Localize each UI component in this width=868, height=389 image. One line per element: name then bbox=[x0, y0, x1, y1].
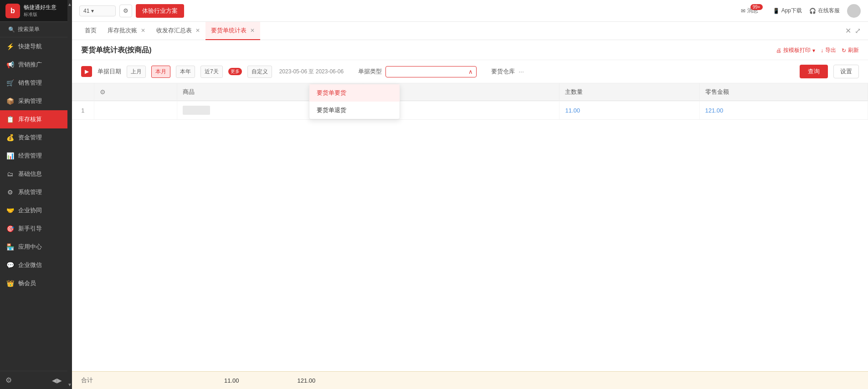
sidebar-item-quick-nav[interactable]: ⚡ 快捷导航 bbox=[0, 37, 67, 56]
export-icon: ↓ bbox=[821, 47, 823, 54]
date-range-display: 2023-05-06 至 2023-06-06 bbox=[279, 68, 344, 76]
sidebar-item-finance[interactable]: 💰 资金管理 bbox=[0, 128, 67, 147]
main-content: 41 ▾ ⚙ 体验行业方案 ✉ 消息 99+ 📱 App下载 🎧 在线客服 bbox=[72, 0, 868, 389]
product-placeholder bbox=[183, 106, 210, 115]
print-btn[interactable]: 🖨 按模板打印 ▾ bbox=[776, 46, 815, 54]
tab-batch-close[interactable]: ✕ bbox=[141, 27, 145, 34]
inventory-icon: 📋 bbox=[5, 115, 15, 124]
type-arrow-icon[interactable]: ∧ bbox=[468, 68, 473, 75]
search-icon: 🔍 bbox=[8, 26, 15, 33]
topbar-right: ✉ 消息 99+ 📱 App下载 🎧 在线客服 bbox=[741, 4, 861, 18]
footer-quantity: 11.00 bbox=[224, 377, 239, 384]
dropdown-item-label: 要货单要货 bbox=[317, 89, 346, 96]
messages-btn[interactable]: ✉ 消息 99+ bbox=[741, 7, 758, 15]
tab-home[interactable]: 首页 bbox=[79, 22, 102, 40]
sidebar-item-label: 营销推广 bbox=[18, 61, 42, 69]
expand-icon: ▶ bbox=[85, 68, 89, 75]
sidebar-item-label: 采购管理 bbox=[18, 97, 42, 105]
sidebar-item-sales[interactable]: 🛒 销售管理 bbox=[0, 74, 67, 92]
tab-batch-account[interactable]: 库存批次账 ✕ bbox=[102, 22, 151, 40]
sidebar-item-purchase[interactable]: 📦 采购管理 bbox=[0, 92, 67, 110]
type-input[interactable] bbox=[385, 66, 477, 77]
operations-icon: 📊 bbox=[5, 151, 15, 160]
company-selector[interactable]: 41 ▾ bbox=[79, 5, 116, 16]
company-value: 41 bbox=[83, 8, 89, 14]
page-title: 要货单统计表(按商品) bbox=[81, 46, 152, 55]
date-this-year-btn[interactable]: 本年 bbox=[176, 66, 195, 78]
tab-order-close[interactable]: ✕ bbox=[250, 27, 255, 34]
close-all-icon: ✕ bbox=[845, 26, 851, 35]
sidebar-item-label: 资金管理 bbox=[18, 133, 42, 142]
tabs-bar: 首页 库存批次账 ✕ 收发存汇总表 ✕ 要货单统计表 ✕ ✕ ⤢ bbox=[72, 22, 868, 40]
app-title: 畅捷通好生意 标准版 bbox=[24, 4, 56, 17]
sidebar-item-label: 企业微信 bbox=[18, 261, 42, 269]
sidebar-item-guide[interactable]: 🎯 新手引导 bbox=[0, 220, 67, 238]
footer-label: 合计 bbox=[81, 376, 93, 384]
sidebar-scroll: ▲ ▼ bbox=[67, 0, 72, 389]
purchase-icon: 📦 bbox=[5, 97, 15, 106]
col-seq bbox=[72, 83, 94, 101]
guide-icon: 🎯 bbox=[5, 224, 15, 233]
table-settings-icon[interactable]: ⚙ bbox=[100, 88, 106, 96]
collapse-icon[interactable]: ◀▶ bbox=[52, 377, 62, 384]
online-service-btn[interactable]: 🎧 在线客服 bbox=[809, 7, 840, 15]
date-7days-btn[interactable]: 近7天 bbox=[200, 66, 223, 78]
tab-collect-total[interactable]: 收发存汇总表 ✕ bbox=[151, 22, 205, 40]
maximize-icon: ⤢ bbox=[855, 26, 861, 35]
quantity-link[interactable]: 11.00 bbox=[565, 107, 580, 114]
settings-footer-icon[interactable]: ⚙ bbox=[5, 376, 12, 384]
settings-filter-btn[interactable]: 设置 bbox=[833, 65, 859, 78]
col-quantity: 主数量 bbox=[560, 83, 699, 101]
sidebar-nav: ⚡ 快捷导航 📢 营销推广 🛒 销售管理 📦 采购管理 📋 库存核算 💰 资金管… bbox=[0, 37, 67, 371]
app-download-btn[interactable]: 📱 App下载 bbox=[773, 7, 802, 15]
col-amount: 零售金额 bbox=[699, 83, 868, 101]
page-header: 要货单统计表(按商品) 🖨 按模板打印 ▾ ↓ 导出 ↻ 刷新 bbox=[72, 40, 868, 60]
filter-expand-btn[interactable]: ▶ bbox=[81, 66, 92, 77]
tab-order-stats[interactable]: 要货单统计表 ✕ bbox=[205, 22, 260, 40]
wechat-icon: 💬 bbox=[5, 261, 15, 270]
date-custom-btn[interactable]: 自定义 bbox=[247, 66, 272, 78]
sidebar-item-wechat[interactable]: 💬 企业微信 bbox=[0, 256, 67, 274]
footer-amount: 121.00 bbox=[298, 377, 316, 384]
dropdown-item-order-goods[interactable]: 要货单要货 bbox=[309, 84, 400, 102]
refresh-btn[interactable]: ↻ 刷新 bbox=[842, 46, 859, 54]
sidebar-item-label: 经营管理 bbox=[18, 152, 42, 160]
sidebar-item-apps[interactable]: 🏪 应用中心 bbox=[0, 238, 67, 256]
sidebar-item-operations[interactable]: 📊 经营管理 bbox=[0, 147, 67, 165]
sidebar-item-basics[interactable]: 🗂 基础信息 bbox=[0, 165, 67, 183]
sidebar-item-label: 新手引导 bbox=[18, 225, 42, 233]
tab-maximize-btn[interactable]: ✕ ⤢ bbox=[845, 26, 861, 35]
sidebar-item-system[interactable]: ⚙ 系统管理 bbox=[0, 183, 67, 201]
gear-icon: ⚙ bbox=[123, 7, 128, 14]
sidebar-item-member[interactable]: 👑 畅会员 bbox=[0, 274, 67, 292]
amount-link[interactable]: 121.00 bbox=[705, 107, 724, 114]
sidebar-item-label: 系统管理 bbox=[18, 188, 42, 196]
sidebar-search[interactable]: 🔍 搜索菜单 bbox=[0, 22, 67, 37]
query-btn[interactable]: 查询 bbox=[800, 65, 828, 78]
warehouse-section: 要货仓库 ··· bbox=[491, 67, 524, 76]
sidebar-item-marketing[interactable]: 📢 营销推广 bbox=[0, 56, 67, 74]
mobile-icon: 📱 bbox=[773, 8, 780, 14]
app-logo: b bbox=[5, 4, 20, 18]
tab-collect-close[interactable]: ✕ bbox=[195, 27, 200, 34]
dropdown-item-order-return[interactable]: 要货单退货 bbox=[309, 102, 400, 119]
type-input-wrapper: ∧ bbox=[385, 66, 477, 77]
user-avatar[interactable] bbox=[847, 4, 861, 18]
sidebar-header: b 畅捷通好生意 标准版 bbox=[0, 0, 67, 22]
date-this-month-btn[interactable]: 本月 bbox=[151, 66, 170, 78]
table-row: 1 块 11.00 121.00 bbox=[72, 101, 868, 120]
sidebar-item-label: 快捷导航 bbox=[18, 42, 42, 51]
sidebar-item-collab[interactable]: 🤝 企业协同 bbox=[0, 201, 67, 220]
sidebar: b 畅捷通好生意 标准版 🔍 搜索菜单 ⚡ 快捷导航 📢 营销推广 🛒 销售管理… bbox=[0, 0, 67, 389]
industry-btn[interactable]: 体验行业方案 bbox=[136, 4, 184, 18]
sales-icon: 🛒 bbox=[5, 78, 15, 87]
app-download-label: App下载 bbox=[781, 7, 802, 15]
export-btn[interactable]: ↓ 导出 bbox=[821, 46, 836, 54]
warehouse-dots-btn[interactable]: ··· bbox=[519, 68, 524, 75]
date-more-badge[interactable]: 更多 bbox=[228, 68, 242, 75]
sidebar-item-inventory[interactable]: 📋 库存核算 bbox=[0, 110, 67, 128]
topbar-gear-btn[interactable]: ⚙ bbox=[119, 5, 132, 17]
date-last-month-btn[interactable]: 上月 bbox=[127, 66, 146, 78]
finance-icon: 💰 bbox=[5, 133, 15, 142]
topbar: 41 ▾ ⚙ 体验行业方案 ✉ 消息 99+ 📱 App下载 🎧 在线客服 bbox=[72, 0, 868, 22]
